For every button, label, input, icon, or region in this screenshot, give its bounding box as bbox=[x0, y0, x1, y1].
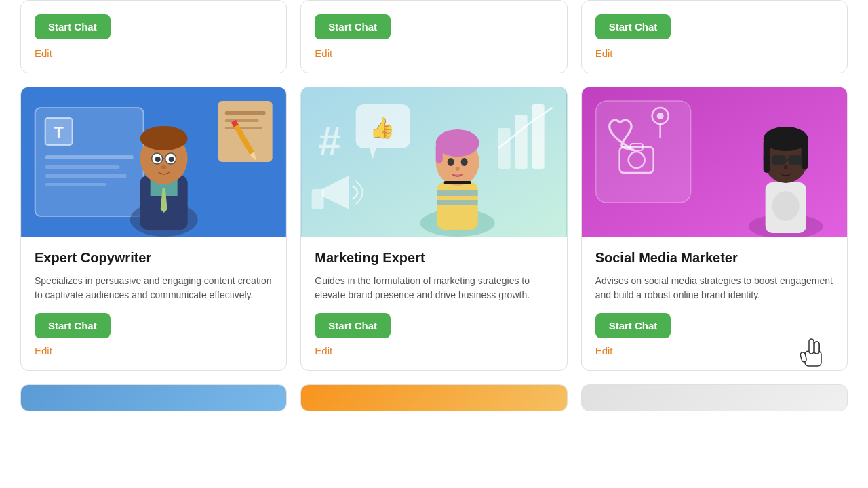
card-expert-copywriter-edit-button[interactable]: Edit bbox=[35, 345, 273, 357]
svg-rect-29 bbox=[498, 128, 511, 169]
svg-rect-50 bbox=[595, 101, 690, 203]
svg-rect-45 bbox=[444, 181, 471, 184]
card-social-media-marketer-description: Advises on social media strategies to bo… bbox=[595, 274, 833, 302]
card-social-media-marketer-edit-button[interactable]: Edit bbox=[595, 345, 833, 357]
svg-text:#: # bbox=[319, 119, 341, 164]
svg-point-46 bbox=[448, 158, 454, 166]
svg-rect-7 bbox=[45, 183, 106, 186]
svg-point-26 bbox=[161, 165, 167, 169]
card-expert-copywriter-start-chat-button[interactable]: Start Chat bbox=[35, 313, 111, 338]
svg-point-56 bbox=[656, 113, 663, 119]
svg-rect-62 bbox=[763, 139, 770, 173]
svg-rect-66 bbox=[785, 159, 788, 161]
top-partial-row: Start Chat Edit Start Chat Edit Start Ch… bbox=[20, 0, 848, 73]
card-expert-copywriter-actions: Start Chat Edit bbox=[35, 313, 273, 357]
cards-row: T bbox=[20, 87, 848, 371]
card-expert-copywriter-image: T bbox=[21, 87, 286, 237]
svg-text:👍: 👍 bbox=[370, 116, 395, 140]
svg-text:T: T bbox=[54, 123, 64, 142]
svg-rect-64 bbox=[772, 155, 785, 165]
svg-rect-11 bbox=[225, 127, 262, 129]
card-social-media-marketer-actions: Start Chat Edit bbox=[595, 313, 833, 357]
top-card-2: Start Chat Edit bbox=[300, 0, 567, 73]
card-social-media-marketer: Social Media Marketer Advises on social … bbox=[581, 87, 848, 371]
card-marketing-expert-actions: Start Chat Edit bbox=[315, 313, 553, 357]
card-social-media-marketer-image bbox=[582, 87, 847, 237]
svg-rect-6 bbox=[45, 174, 127, 178]
top-card-3-start-chat-button[interactable]: Start Chat bbox=[595, 14, 671, 39]
card-marketing-expert-title: Marketing Expert bbox=[315, 250, 553, 266]
svg-rect-5 bbox=[45, 165, 120, 169]
svg-rect-65 bbox=[788, 155, 802, 165]
bottom-partial-row bbox=[20, 384, 848, 411]
svg-point-47 bbox=[461, 158, 468, 166]
card-marketing-expert-body: Marketing Expert Guides in the formulati… bbox=[301, 237, 566, 370]
card-marketing-expert-edit-button[interactable]: Edit bbox=[315, 345, 553, 357]
top-card-2-edit-button[interactable]: Edit bbox=[315, 47, 553, 59]
top-card-1: Start Chat Edit bbox=[20, 0, 287, 73]
top-card-2-start-chat-button[interactable]: Start Chat bbox=[315, 14, 391, 39]
svg-point-59 bbox=[772, 191, 799, 221]
svg-rect-63 bbox=[801, 139, 808, 169]
card-expert-copywriter-description: Specializes in persuasive and engaging c… bbox=[35, 274, 273, 302]
card-social-media-marketer-title: Social Media Marketer bbox=[595, 250, 833, 266]
page-container: Start Chat Edit Start Chat Edit Start Ch… bbox=[0, 0, 868, 488]
svg-rect-30 bbox=[515, 115, 528, 169]
bottom-card-1 bbox=[20, 384, 287, 411]
card-expert-copywriter-title: Expert Copywriter bbox=[35, 250, 273, 266]
top-card-3-edit-button[interactable]: Edit bbox=[595, 47, 833, 59]
top-card-3: Start Chat Edit bbox=[581, 0, 848, 73]
svg-point-23 bbox=[155, 157, 161, 162]
svg-rect-8 bbox=[218, 101, 273, 162]
top-card-1-start-chat-button[interactable]: Start Chat bbox=[35, 14, 111, 39]
svg-rect-44 bbox=[436, 143, 443, 163]
card-social-media-marketer-body: Social Media Marketer Advises on social … bbox=[582, 237, 847, 370]
card-expert-copywriter-body: Expert Copywriter Specializes in persuas… bbox=[21, 237, 286, 370]
svg-point-67 bbox=[783, 165, 787, 169]
svg-rect-40 bbox=[437, 190, 478, 196]
svg-rect-37 bbox=[312, 189, 324, 209]
svg-rect-10 bbox=[225, 119, 259, 122]
svg-rect-9 bbox=[225, 111, 266, 115]
svg-point-48 bbox=[456, 167, 460, 171]
svg-point-20 bbox=[140, 126, 188, 150]
card-marketing-expert-start-chat-button[interactable]: Start Chat bbox=[315, 313, 391, 338]
card-marketing-expert-description: Guides in the formulation of marketing s… bbox=[315, 274, 553, 302]
svg-rect-39 bbox=[437, 182, 478, 230]
bottom-card-2 bbox=[300, 384, 567, 411]
card-marketing-expert: # 👍 bbox=[300, 87, 567, 371]
svg-rect-41 bbox=[437, 200, 478, 205]
svg-rect-4 bbox=[45, 155, 134, 159]
card-marketing-expert-image: # 👍 bbox=[301, 87, 566, 237]
card-social-media-marketer-start-chat-button[interactable]: Start Chat bbox=[595, 313, 671, 338]
bottom-card-3 bbox=[581, 384, 848, 411]
card-expert-copywriter: T bbox=[20, 87, 287, 371]
top-card-1-edit-button[interactable]: Edit bbox=[35, 47, 273, 59]
svg-point-24 bbox=[169, 157, 174, 162]
